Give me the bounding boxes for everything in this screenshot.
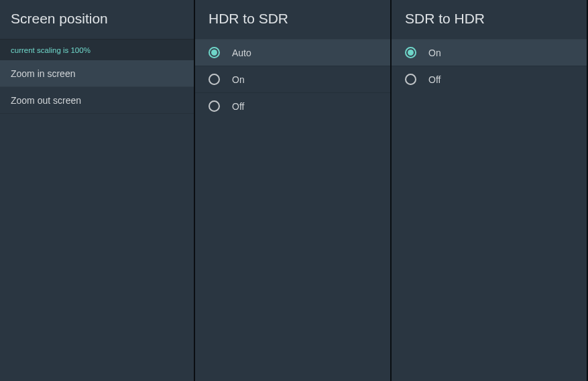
radio-icon [405,74,416,85]
hdr-to-sdr-title: HDR to SDR [195,0,390,39]
sdr-to-hdr-body [392,92,587,381]
radio-label: Auto [232,48,251,58]
sdr-to-hdr-option-on[interactable]: On [392,39,587,66]
radio-label: On [232,74,245,85]
radio-icon [209,100,220,112]
screen-position-body [0,114,194,381]
hdr-to-sdr-option-on[interactable]: On [195,66,390,92]
scaling-status-text: current scaling is 100% [11,46,91,54]
radio-icon [209,47,220,58]
zoom-out-item[interactable]: Zoom out screen [0,87,194,114]
screen-position-panel: Screen position current scaling is 100% … [0,0,195,381]
radio-icon [209,74,220,85]
zoom-in-item[interactable]: Zoom in screen [0,60,194,87]
hdr-to-sdr-body [195,119,390,381]
screen-position-title: Screen position [0,0,194,39]
sdr-to-hdr-panel: SDR to HDR On Off [392,0,588,381]
hdr-to-sdr-panel: HDR to SDR Auto On Off [195,0,392,381]
radio-label: Off [232,101,244,112]
radio-icon [405,47,416,58]
sdr-to-hdr-title: SDR to HDR [392,0,587,39]
hdr-to-sdr-option-off[interactable]: Off [195,92,390,119]
sdr-to-hdr-option-off[interactable]: Off [392,66,587,92]
radio-label: Off [428,74,440,85]
scaling-status-row: current scaling is 100% [0,39,194,60]
radio-label: On [428,48,441,58]
hdr-to-sdr-option-auto[interactable]: Auto [195,39,390,66]
